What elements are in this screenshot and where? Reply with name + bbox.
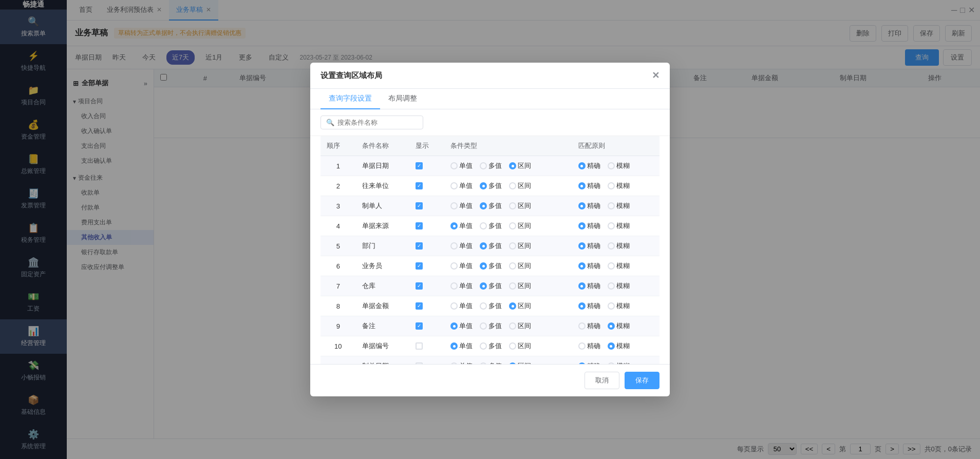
- radio-multi-circle[interactable]: [480, 162, 487, 169]
- radio-exact-circle[interactable]: [578, 162, 586, 169]
- show-checkbox[interactable]: [416, 242, 423, 250]
- radio-range-circle[interactable]: [509, 342, 516, 350]
- radio-exact-circle[interactable]: [578, 202, 586, 209]
- radio-exact-circle[interactable]: [578, 282, 586, 290]
- row-match[interactable]: 精确 模糊: [572, 336, 659, 356]
- row-match[interactable]: 精确 模糊: [572, 216, 659, 236]
- radio-single[interactable]: 单值: [450, 201, 473, 211]
- radio-single-circle[interactable]: [450, 182, 458, 189]
- row-show[interactable]: [409, 276, 445, 296]
- tab-layout-adjust[interactable]: 布局调整: [380, 89, 425, 109]
- radio-exact-circle[interactable]: [578, 242, 586, 250]
- radio-multi-circle[interactable]: [480, 322, 487, 330]
- row-show[interactable]: [409, 296, 445, 316]
- row-type[interactable]: 单值 多值 区间: [444, 276, 572, 296]
- radio-multi[interactable]: 多值: [480, 261, 502, 271]
- row-show[interactable]: [409, 236, 445, 256]
- radio-exact[interactable]: 精确: [578, 201, 600, 211]
- radio-single[interactable]: 单值: [450, 321, 473, 331]
- radio-single[interactable]: 单值: [450, 181, 473, 190]
- radio-multi[interactable]: 多值: [480, 281, 502, 291]
- radio-range-circle[interactable]: [509, 202, 516, 209]
- row-type[interactable]: 单值 多值 区间: [444, 336, 572, 356]
- radio-exact[interactable]: 精确: [578, 301, 600, 311]
- radio-single[interactable]: 单值: [450, 221, 473, 231]
- row-type[interactable]: 单值 多值 区间: [444, 316, 572, 336]
- radio-range[interactable]: 区间: [509, 321, 531, 331]
- dialog-close-btn[interactable]: ✕: [652, 70, 659, 81]
- radio-single-circle[interactable]: [450, 302, 458, 310]
- radio-multi[interactable]: 多值: [480, 341, 502, 351]
- row-type[interactable]: 单值 多值 区间: [444, 236, 572, 256]
- radio-range[interactable]: 区间: [509, 281, 531, 291]
- radio-fuzzy[interactable]: 模糊: [608, 201, 630, 211]
- show-checkbox[interactable]: [416, 302, 423, 310]
- radio-single-circle[interactable]: [450, 242, 458, 250]
- radio-multi-circle[interactable]: [480, 262, 487, 270]
- show-checkbox[interactable]: [416, 322, 423, 330]
- radio-fuzzy[interactable]: 模糊: [608, 281, 630, 291]
- radio-fuzzy-circle[interactable]: [608, 282, 615, 290]
- radio-exact-circle[interactable]: [578, 322, 586, 330]
- radio-fuzzy[interactable]: 模糊: [608, 301, 630, 311]
- radio-range-circle[interactable]: [509, 162, 516, 169]
- radio-range[interactable]: 区间: [509, 201, 531, 211]
- radio-fuzzy-circle[interactable]: [608, 182, 615, 189]
- radio-single-circle[interactable]: [450, 222, 458, 230]
- row-type[interactable]: 单值 多值 区间: [444, 256, 572, 276]
- radio-range[interactable]: 区间: [509, 161, 531, 170]
- row-match[interactable]: 精确 模糊: [572, 176, 659, 196]
- dialog-save-button[interactable]: 保存: [625, 372, 659, 389]
- show-checkbox[interactable]: [416, 282, 423, 290]
- radio-multi[interactable]: 多值: [480, 201, 502, 211]
- radio-fuzzy[interactable]: 模糊: [608, 241, 630, 251]
- row-match[interactable]: 精确 模糊: [572, 276, 659, 296]
- radio-exact[interactable]: 精确: [578, 161, 600, 170]
- radio-range-circle[interactable]: [509, 262, 516, 270]
- radio-multi-circle[interactable]: [480, 302, 487, 310]
- radio-fuzzy-circle[interactable]: [608, 342, 615, 350]
- radio-fuzzy[interactable]: 模糊: [608, 181, 630, 190]
- row-match[interactable]: 精确 模糊: [572, 356, 659, 365]
- row-show[interactable]: [409, 356, 445, 365]
- radio-multi[interactable]: 多值: [480, 181, 502, 190]
- show-checkbox[interactable]: [416, 262, 423, 270]
- radio-single-circle[interactable]: [450, 162, 458, 169]
- radio-range-circle[interactable]: [509, 282, 516, 290]
- radio-single[interactable]: 单值: [450, 281, 473, 291]
- radio-exact[interactable]: 精确: [578, 281, 600, 291]
- radio-range-circle[interactable]: [509, 322, 516, 330]
- radio-exact[interactable]: 精确: [578, 241, 600, 251]
- radio-multi-circle[interactable]: [480, 342, 487, 350]
- radio-fuzzy-circle[interactable]: [608, 302, 615, 310]
- radio-multi-circle[interactable]: [480, 242, 487, 250]
- show-checkbox[interactable]: [416, 182, 423, 189]
- radio-fuzzy[interactable]: 模糊: [608, 161, 630, 170]
- row-type[interactable]: 单值 多值 区间: [444, 196, 572, 216]
- radio-range-circle[interactable]: [509, 222, 516, 230]
- radio-exact[interactable]: 精确: [578, 181, 600, 190]
- radio-single[interactable]: 单值: [450, 161, 473, 170]
- radio-range-circle[interactable]: [509, 242, 516, 250]
- radio-fuzzy[interactable]: 模糊: [608, 341, 630, 351]
- tab-field-settings[interactable]: 查询字段设置: [321, 89, 380, 109]
- radio-single[interactable]: 单值: [450, 241, 473, 251]
- row-match[interactable]: 精确 模糊: [572, 316, 659, 336]
- radio-fuzzy[interactable]: 模糊: [608, 261, 630, 271]
- radio-range[interactable]: 区间: [509, 241, 531, 251]
- radio-range[interactable]: 区间: [509, 261, 531, 271]
- radio-multi-circle[interactable]: [480, 202, 487, 209]
- search-input[interactable]: [337, 119, 420, 126]
- radio-range[interactable]: 区间: [509, 301, 531, 311]
- radio-exact[interactable]: 精确: [578, 261, 600, 271]
- radio-single[interactable]: 单值: [450, 301, 473, 311]
- row-match[interactable]: 精确 模糊: [572, 256, 659, 276]
- radio-fuzzy-circle[interactable]: [608, 242, 615, 250]
- row-show[interactable]: [409, 256, 445, 276]
- row-show[interactable]: [409, 316, 445, 336]
- radio-range[interactable]: 区间: [509, 341, 531, 351]
- radio-multi-circle[interactable]: [480, 182, 487, 189]
- radio-fuzzy-circle[interactable]: [608, 222, 615, 230]
- radio-fuzzy-circle[interactable]: [608, 202, 615, 209]
- show-checkbox[interactable]: [416, 202, 423, 209]
